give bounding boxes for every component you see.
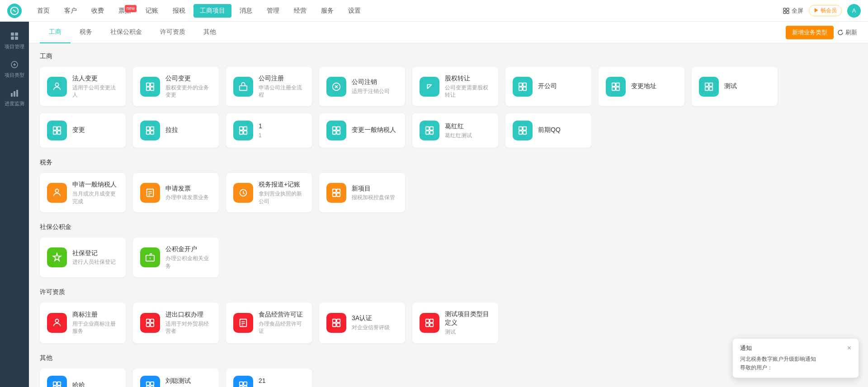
card-icon-biangengna xyxy=(326,121,346,140)
nav-settings[interactable]: 设置 xyxy=(342,4,367,18)
svg-rect-58 xyxy=(523,131,526,134)
card-icon-shenqingfp xyxy=(140,183,160,203)
card-qianqiQQ[interactable]: 前期QQ xyxy=(505,113,591,148)
card-biangeng2[interactable]: 变更 xyxy=(40,113,126,148)
card-shebaodengjin[interactable]: 社保登记 进行人员社保登记 xyxy=(40,238,126,277)
section-title-gongshang: 工商 xyxy=(40,52,857,61)
user-avatar[interactable]: A xyxy=(847,4,861,18)
svg-rect-5 xyxy=(15,33,18,36)
card-icon-guquan xyxy=(420,77,439,97)
svg-rect-86 xyxy=(426,323,429,326)
notif-close-button[interactable]: × xyxy=(847,344,851,352)
card-21[interactable]: 21 1 xyxy=(226,368,312,387)
card-shenqingfp[interactable]: 申请发票 办理申请发票业务 xyxy=(133,173,219,212)
refresh-button[interactable]: 刷新 xyxy=(837,28,857,37)
svg-rect-17 xyxy=(146,87,150,90)
card-icon-21 xyxy=(233,376,253,387)
card-shenqingna[interactable]: 申请一般纳税人 当月或次月成变更完成 xyxy=(40,173,126,212)
svg-rect-53 xyxy=(426,131,429,134)
card-shuiwubaodao[interactable]: 税务报道+记账 拿到营业执照的新公司 xyxy=(226,173,312,212)
svg-rect-65 xyxy=(333,189,336,192)
svg-rect-1 xyxy=(787,8,789,10)
card-gongjijinkaihu[interactable]: 公积金开户 办理公积金相关业务 xyxy=(133,238,219,277)
svg-rect-74 xyxy=(146,323,150,326)
svg-rect-28 xyxy=(616,83,619,86)
card-gongsizhu[interactable]: 公司注册 申请公司注册全流程 xyxy=(226,67,312,106)
main: 工商 税务 社保公积金 许可资质 其他 新增业务类型 刷新 工商 xyxy=(29,22,868,387)
nav-business[interactable]: 工商项目 xyxy=(193,4,231,18)
nav-home[interactable]: 首页 xyxy=(31,4,56,18)
sub-tabs-bar: 工商 税务 社保公积金 许可资质 其他 新增业务类型 刷新 xyxy=(29,22,868,43)
sidebar: 项目管理 项目类型 进度监测 xyxy=(0,22,29,387)
svg-rect-23 xyxy=(519,83,522,86)
card-icon-shangbiaozhu xyxy=(47,313,67,333)
card-liucong[interactable]: 刘聪测试 测试 xyxy=(133,368,219,387)
add-type-button[interactable]: 新增业务类型 xyxy=(786,26,834,39)
tab-shebao[interactable]: 社保公积金 xyxy=(101,22,151,43)
nav-manage[interactable]: 管理 xyxy=(260,4,286,18)
nav-items: 首页 客户 收费 票据 new 记账 报税 工商项目 消息 管理 经营 服务 设… xyxy=(31,4,783,18)
nav-fee[interactable]: 收费 xyxy=(85,4,110,18)
card-lala[interactable]: 拉拉 xyxy=(133,113,219,148)
svg-rect-49 xyxy=(333,131,336,134)
card-xinxiangmu[interactable]: 新项目 报税加税控盘保管 xyxy=(319,173,405,212)
logo xyxy=(7,4,22,18)
svg-rect-37 xyxy=(53,131,57,134)
nav-ticket[interactable]: 票据 new xyxy=(112,4,137,18)
nav-accounting[interactable]: 记账 xyxy=(139,4,165,18)
svg-rect-27 xyxy=(612,83,615,86)
svg-rect-88 xyxy=(53,382,57,385)
card-biangengdizhi[interactable]: 变更地址 xyxy=(599,67,684,106)
card-kaigongsi[interactable]: 开公司 xyxy=(505,67,591,106)
svg-rect-52 xyxy=(430,127,433,130)
svg-rect-42 xyxy=(151,131,154,134)
card-icon-shipin xyxy=(233,313,253,333)
svg-rect-36 xyxy=(57,127,61,130)
card-gongsizhuxiao[interactable]: 公司注销 适用于注销公司 xyxy=(319,67,405,106)
sidebar-item-project-type[interactable]: 项目类型 xyxy=(0,55,29,83)
svg-rect-35 xyxy=(53,127,57,130)
svg-rect-84 xyxy=(426,319,429,322)
card-shipin[interactable]: 食品经营许可证 办理食品经营许可证 xyxy=(226,303,312,343)
card-jinchuchukou[interactable]: 进出口权办理 适用于对外贸易经营者 xyxy=(133,303,219,343)
tab-shuiwu[interactable]: 税务 xyxy=(71,22,101,43)
sidebar-item-progress[interactable]: 进度监测 xyxy=(0,83,29,112)
card-guquan[interactable]: 股权转让 公司变更需要股权转让 xyxy=(412,67,498,106)
fullscreen-button[interactable]: 全屏 xyxy=(783,7,803,15)
svg-rect-6 xyxy=(11,37,14,40)
tab-qita[interactable]: 其他 xyxy=(194,22,225,43)
card-icon-haha xyxy=(47,376,67,387)
card-icon-ceshileixing xyxy=(420,313,439,333)
svg-rect-93 xyxy=(151,382,154,385)
card-biangengna[interactable]: 变更一般纳税人 xyxy=(319,113,405,148)
svg-rect-41 xyxy=(146,131,150,134)
card-haha[interactable]: 哈哈 xyxy=(40,368,126,387)
card-ceshi[interactable]: 测试 xyxy=(692,67,778,106)
vip-button[interactable]: ▶ 畅会员 xyxy=(809,5,842,16)
nav-tax[interactable]: 报税 xyxy=(166,4,192,18)
card-ceshileixing[interactable]: 测试项目类型目定义 测试 xyxy=(412,303,498,343)
svg-rect-73 xyxy=(151,319,154,322)
svg-rect-87 xyxy=(430,323,433,326)
svg-rect-26 xyxy=(523,87,526,90)
card-gongsibiangeng[interactable]: 公司变更 股权变更外的业务变更 xyxy=(133,67,219,106)
svg-rect-83 xyxy=(337,323,340,326)
card-faziren[interactable]: 法人变更 适用于公司变更法人 xyxy=(40,67,126,106)
tab-gongshang[interactable]: 工商 xyxy=(40,22,71,43)
card-icon-shenqingna xyxy=(47,183,67,203)
svg-rect-24 xyxy=(523,83,526,86)
nav-service[interactable]: 服务 xyxy=(315,4,340,18)
card-one[interactable]: 1 1 xyxy=(226,113,312,148)
card-3arenzheng[interactable]: 3A认证 对企业信誉评级 xyxy=(319,303,405,343)
content: 工商 法人变更 适用于公司变更法人 公司变更 xyxy=(29,43,868,387)
nav-message[interactable]: 消息 xyxy=(233,4,259,18)
sidebar-item-project-manage[interactable]: 项目管理 xyxy=(0,26,29,55)
card-shangbiaozhu[interactable]: 商标注册 用于企业商标注册服务 xyxy=(40,303,126,343)
nav-customer[interactable]: 客户 xyxy=(58,4,83,18)
section-shuiwu: 税务 申请一般纳税人 当月或次月成变更完成 申请发 xyxy=(40,159,857,212)
refresh-label: 刷新 xyxy=(845,28,857,37)
card-gehonghong[interactable]: 葛红红 葛红红测试 xyxy=(412,113,498,148)
tab-xuke[interactable]: 许可资质 xyxy=(151,22,194,43)
nav-operation[interactable]: 经营 xyxy=(288,4,313,18)
svg-rect-82 xyxy=(333,323,336,326)
